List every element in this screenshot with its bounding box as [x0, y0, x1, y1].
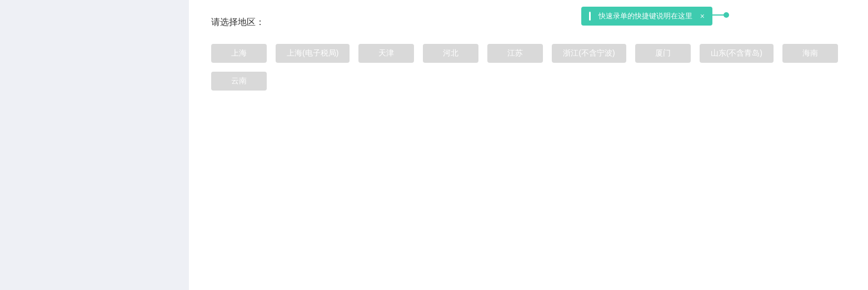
close-icon[interactable]: × [700, 12, 705, 21]
region-button-7[interactable]: 山东(不含青岛) [700, 44, 774, 63]
tooltip-banner: 快速录单的快捷键说明在这里 × [581, 7, 712, 26]
region-button-6[interactable]: 厦门 [635, 44, 691, 63]
tooltip-text: 快速录单的快捷键说明在这里 [598, 11, 692, 21]
region-button-3[interactable]: 河北 [423, 44, 478, 63]
region-button-2[interactable]: 天津 [358, 44, 414, 63]
region-button-5[interactable]: 浙江(不含宁波) [552, 44, 626, 63]
page-title: 请选择地区： [211, 17, 846, 28]
region-button-4[interactable]: 江苏 [487, 44, 543, 63]
region-button-1[interactable]: 上海(电子税局) [276, 44, 350, 63]
tooltip-dot [724, 12, 729, 18]
region-button-9[interactable]: 云南 [211, 72, 267, 91]
sidebar [0, 0, 189, 290]
region-button-0[interactable]: 上海 [211, 44, 267, 63]
region-buttons-container: 上海上海(电子税局)天津河北江苏浙江(不含宁波)厦门山东(不含青岛)海南云南 [211, 44, 846, 91]
main-content: 请选择地区： 上海上海(电子税局)天津河北江苏浙江(不含宁波)厦门山东(不含青岛… [189, 0, 868, 290]
region-button-8[interactable]: 海南 [782, 44, 838, 63]
